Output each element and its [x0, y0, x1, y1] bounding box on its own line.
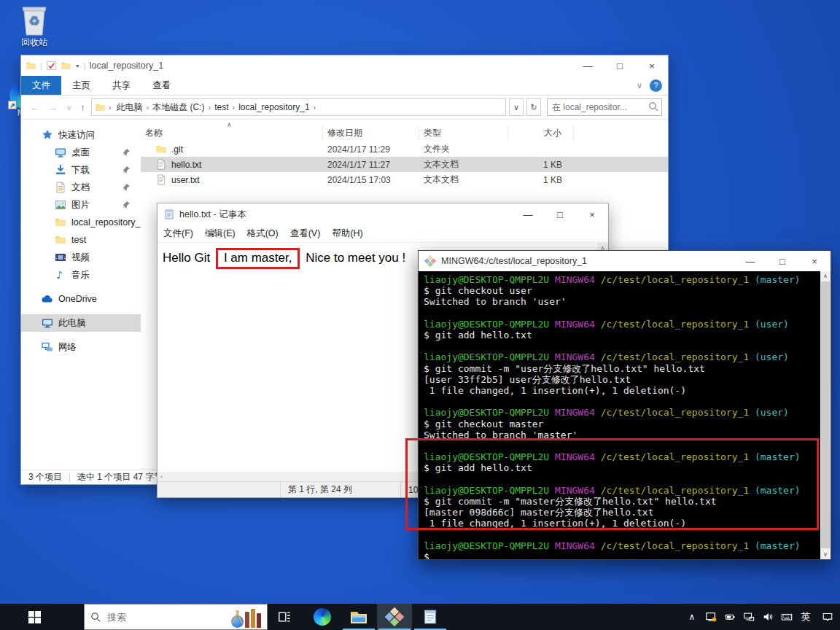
properties-check-icon[interactable] — [46, 61, 57, 71]
document-icon — [55, 182, 66, 193]
taskbar-search[interactable] — [84, 604, 268, 630]
sidebar-item-label: 网络 — [58, 341, 77, 354]
breadcrumb-segment[interactable]: 此电脑 — [114, 101, 145, 114]
task-view-button[interactable] — [267, 604, 302, 630]
cloud-icon — [42, 293, 53, 305]
selection-info: 选中 1 个项目 47 字节 — [77, 471, 163, 483]
breadcrumb-segment[interactable]: test — [212, 102, 230, 112]
notepad-menu-item[interactable]: 查看(V) — [284, 228, 327, 240]
taskbar-explorer-button[interactable] — [341, 604, 376, 630]
ribbon-tab-2[interactable]: 共享 — [101, 76, 141, 95]
sidebar-item[interactable]: 文档 — [21, 179, 141, 196]
power-icon[interactable] — [720, 611, 739, 623]
recycle-bin-icon[interactable]: ♻ 回收站 — [9, 4, 60, 49]
taskbar-edge-button[interactable] — [305, 604, 340, 630]
sidebar-item[interactable]: 视频 — [21, 249, 141, 266]
table-row[interactable]: .git2024/1/17 11:29文件夹 — [141, 141, 668, 157]
back-button[interactable]: ← — [27, 102, 42, 113]
terminal-line: $ git add hello.txt — [424, 330, 820, 341]
sidebar-item-label: 快速访问 — [58, 129, 95, 141]
qat-dropdown-icon[interactable]: ▼ — [75, 63, 80, 69]
sidebar-item[interactable]: 此电脑 — [21, 314, 141, 332]
minimize-button[interactable]: — — [734, 251, 766, 271]
sidebar-item[interactable]: local_repository_1 — [21, 214, 141, 231]
sidebar-item[interactable]: 网络 — [21, 338, 141, 356]
sidebar-item[interactable]: OneDrive — [21, 290, 141, 308]
breadcrumb-segment[interactable]: local_repository_1 — [236, 102, 311, 112]
close-button[interactable]: × — [636, 55, 668, 76]
taskbar-notepad-button[interactable] — [413, 604, 448, 630]
terminal-line: liaojy@DESKTOP-QMPPL2U MINGW64 /c/test/l… — [424, 540, 820, 551]
volume-icon[interactable] — [758, 611, 777, 623]
ribbon-expand-icon[interactable]: ∨ — [637, 81, 642, 90]
file-explorer-icon — [350, 609, 368, 625]
notepad-menu-item[interactable]: 帮助(H) — [326, 228, 368, 240]
close-button[interactable]: × — [576, 203, 608, 225]
address-dropdown-icon[interactable]: ∨ — [509, 98, 524, 116]
display-notification-icon[interactable] — [701, 611, 720, 623]
breadcrumb-segment[interactable]: 本地磁盘 (C:) — [150, 101, 206, 114]
sidebar-item[interactable]: 下载 — [21, 161, 141, 179]
sidebar-item-label: 视频 — [71, 252, 90, 264]
maximize-button[interactable]: □ — [766, 251, 798, 271]
terminal-line — [424, 341, 820, 351]
book-icon — [245, 612, 249, 628]
help-button[interactable]: ? — [650, 79, 662, 92]
maximize-button[interactable]: □ — [604, 55, 636, 76]
column-header[interactable]: 大小 — [508, 126, 574, 139]
notepad-menu-item[interactable]: 格式(O) — [241, 228, 284, 240]
taskbar-search-input[interactable] — [107, 612, 225, 623]
search-icon — [90, 612, 101, 623]
close-button[interactable]: × — [798, 251, 831, 271]
maximize-button[interactable]: □ — [544, 203, 576, 225]
sidebar-item[interactable]: 图片 — [21, 196, 141, 214]
terminal-line — [424, 308, 820, 319]
sidebar-item[interactable]: 桌面 — [21, 144, 141, 161]
notepad-menu-item[interactable]: 文件(F) — [158, 228, 199, 240]
network-icon[interactable] — [739, 611, 758, 623]
column-header[interactable]: 修改日期 — [323, 126, 419, 139]
ribbon-tab-0[interactable]: 文件 — [21, 76, 61, 95]
forward-button[interactable]: → — [45, 102, 61, 113]
scroll-left-icon[interactable]: ‹ — [158, 473, 163, 481]
table-row[interactable]: user.txt2024/1/15 17:03文本文档1 KB — [141, 172, 668, 187]
new-folder-icon[interactable] — [61, 61, 71, 71]
sidebar-item-label: 下载 — [71, 164, 90, 176]
pin-icon — [122, 148, 131, 157]
minimize-button[interactable]: — — [572, 55, 604, 76]
terminal-scrollbar[interactable]: ∧ ∨ — [820, 271, 831, 559]
scroll-up-icon[interactable]: ∧ — [820, 273, 831, 279]
terminal-line: liaojy@DESKTOP-QMPPL2U MINGW64 /c/test/l… — [424, 351, 820, 362]
terminal-line: liaojy@DESKTOP-QMPPL2U MINGW64 /c/test/l… — [424, 274, 820, 285]
action-center-icon[interactable] — [815, 611, 840, 623]
tray-chevron-icon[interactable]: ∧ — [682, 612, 701, 622]
table-row[interactable]: hello.txt2024/1/17 11:27文本文档1 KB — [141, 157, 668, 172]
ribbon-tab-3[interactable]: 查看 — [141, 76, 182, 95]
explorer-search-input[interactable] — [547, 98, 662, 116]
start-button[interactable] — [0, 604, 69, 630]
sidebar-item[interactable]: 快速访问 — [21, 126, 141, 144]
refresh-button[interactable]: ↻ — [526, 98, 541, 116]
taskbar-git-button[interactable] — [377, 604, 412, 630]
scroll-down-icon[interactable]: ∨ — [820, 551, 831, 558]
star-icon — [42, 129, 53, 141]
column-header[interactable]: 名称 — [141, 126, 323, 139]
notepad-menu-item[interactable]: 编辑(E) — [199, 228, 241, 240]
folder-icon — [155, 144, 167, 155]
folder-icon — [55, 234, 66, 246]
explorer-window-title: local_repository_1 — [90, 61, 163, 71]
taskbar: ∧ 英 — [0, 604, 840, 630]
recent-locations-icon[interactable]: ∨ — [63, 104, 74, 112]
address-box[interactable]: › 此电脑›本地磁盘 (C:)›test›local_repository_1› — [91, 98, 506, 116]
up-button[interactable]: ↑ — [77, 102, 88, 113]
minimize-button[interactable]: — — [512, 203, 544, 225]
explorer-titlebar: | ▼ | local_repository_1 — □ × — [21, 55, 668, 76]
sidebar-item[interactable]: test — [21, 231, 141, 249]
scrollbar-thumb[interactable] — [821, 281, 830, 548]
sidebar-item[interactable]: ♪音乐 — [21, 266, 141, 284]
ribbon-tab-1[interactable]: 主页 — [61, 76, 101, 95]
column-header[interactable]: 类型 — [419, 126, 508, 139]
touch-keyboard-icon[interactable] — [777, 611, 796, 623]
terminal-window-title: MINGW64:/c/test/local_repository_1 — [441, 256, 587, 266]
ime-indicator[interactable]: 英 — [796, 610, 815, 623]
